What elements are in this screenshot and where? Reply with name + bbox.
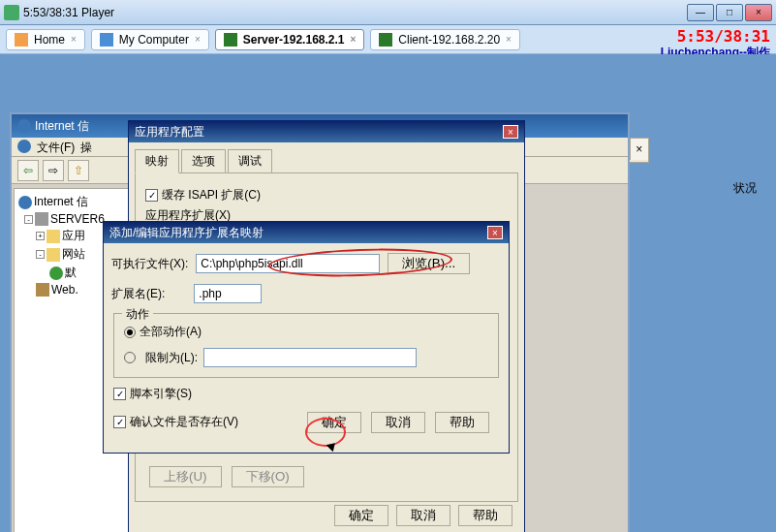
tab-label: Server-192.168.2.1 [243,33,345,47]
tree-root[interactable]: Internet 信 [18,193,135,211]
up-button[interactable]: ⇧ [68,160,89,181]
move-up-button: 上移(U) [149,466,222,487]
vm-desktop: — □ × Internet 信 默认 文件(F) 操 ⇦ ⇨ ⇧ Intern… [0,54,776,532]
close-icon[interactable]: × [506,34,512,45]
ok-button[interactable]: 确定 [307,412,361,433]
vm-close-button[interactable]: × [745,4,772,21]
tree-label: 应用 [62,228,85,244]
checkbox-label: 缓存 ISAPI 扩展(C) [162,187,261,203]
cancel-button[interactable]: 取消 [396,505,450,526]
tab-server[interactable]: Server-192.168.2.1 × [215,29,365,50]
vm-title: 5:53/38:31 Player [23,6,114,19]
overlay-time: 5:53/38:31 [677,27,770,46]
radio-limit-to[interactable]: 限制为(L): [124,348,488,367]
checkbox-label: 确认文件是否存在(V) [130,414,238,430]
verify-exists-checkbox[interactable]: ✓ 确认文件是否存在(V) [113,414,238,430]
radio-icon [124,327,136,338]
cache-isapi-checkbox[interactable]: ✓ 缓存 ISAPI 扩展(C) [145,187,508,203]
limit-input[interactable] [203,348,417,367]
dialog-tabs: 映射 选项 调试 [129,142,524,172]
client-icon [379,33,392,47]
action-fieldset: 动作 全部动作(A) 限制为(L): [113,313,499,378]
dialog-titlebar: 添加/编辑应用程序扩展名映射 × [104,222,509,243]
vm-player-titlebar: 5:53/38:31 Player — □ × [0,0,776,25]
close-icon[interactable]: × [71,34,77,45]
tree-label: SERVER6 [50,212,105,226]
back-button[interactable]: ⇦ [17,160,39,181]
checkbox-icon: ✓ [113,388,126,400]
executable-input[interactable] [196,254,380,273]
tab-debug[interactable]: 调试 [228,149,272,173]
folder-icon [47,230,60,243]
status-column-header: 状况 [733,180,757,197]
help-button[interactable]: 帮助 [458,505,512,526]
vm-minimize-button[interactable]: — [687,4,714,21]
close-icon[interactable]: × [351,34,357,45]
tree-label: Web. [51,283,78,297]
site-icon [49,266,63,280]
tab-label: Client-192.168.2.20 [398,33,500,47]
help-button[interactable]: 帮助 [435,412,489,433]
close-button[interactable]: × [487,226,503,239]
expand-icon[interactable]: + [36,232,45,240]
fieldset-legend: 动作 [122,306,153,323]
gear-icon [36,283,49,297]
tree-label: 网站 [62,246,85,263]
home-icon [15,33,28,47]
checkbox-icon: ✓ [113,416,126,428]
tab-options[interactable]: 选项 [181,149,226,173]
tab-home[interactable]: Home × [6,29,85,50]
executable-label: 可执行文件(X): [111,256,188,272]
radio-all-actions[interactable]: 全部动作(A) [124,324,488,340]
server-icon [224,33,237,47]
collapse-icon[interactable]: - [36,250,45,259]
cancel-button[interactable]: 取消 [371,412,425,433]
radio-label: 限制为(L): [145,350,198,366]
tree-label: 默 [65,265,77,281]
extension-label: 扩展名(E): [111,286,165,302]
browse-button[interactable]: 浏览(B)... [388,253,470,274]
vm-icon [4,5,19,20]
collapse-icon[interactable]: - [24,215,33,224]
checkbox-label: 脚本引擎(S) [130,386,192,402]
tab-mapping[interactable]: 映射 [135,149,179,173]
tree-label: Internet 信 [34,194,88,210]
globe-icon [17,140,31,153]
tab-label: Home [34,33,65,47]
radio-label: 全部动作(A) [140,324,202,340]
server-icon [35,212,48,226]
tab-client[interactable]: Client-192.168.2.20 × [370,29,520,50]
script-engine-checkbox[interactable]: ✓ 脚本引擎(S) [113,386,499,402]
dialog-button-bar: 确定 取消 帮助 [334,505,512,526]
extension-input[interactable] [194,284,262,303]
tab-my-computer[interactable]: My Computer × [91,29,209,50]
radio-icon [124,352,136,363]
tab-label: My Computer [119,33,189,47]
computer-icon [100,33,113,47]
ok-button[interactable]: 确定 [334,505,388,526]
forward-button[interactable]: ⇨ [43,160,64,181]
menu-file[interactable]: 文件(F) [37,140,75,154]
globe-icon [18,196,32,209]
dialog-title: 添加/编辑应用程序扩展名映射 [109,225,264,241]
add-edit-mapping-dialog: 添加/编辑应用程序扩展名映射 × 可执行文件(X): 浏览(B)... 扩展名(… [103,221,510,454]
dialog-titlebar: 应用程序配置 × [129,121,524,142]
close-button[interactable]: × [503,125,518,139]
close-icon[interactable]: × [630,139,648,160]
folder-icon [47,248,60,262]
menu-edit[interactable]: 操 [80,140,92,154]
iis-title-text: Internet 信 [35,118,89,135]
checkbox-icon: ✓ [145,189,158,202]
dialog-title: 应用程序配置 [135,124,204,141]
vm-maximize-button[interactable]: □ [716,4,743,21]
globe-icon [17,119,31,133]
close-icon[interactable]: × [195,34,201,45]
move-down-button: 下移(O) [232,466,304,487]
